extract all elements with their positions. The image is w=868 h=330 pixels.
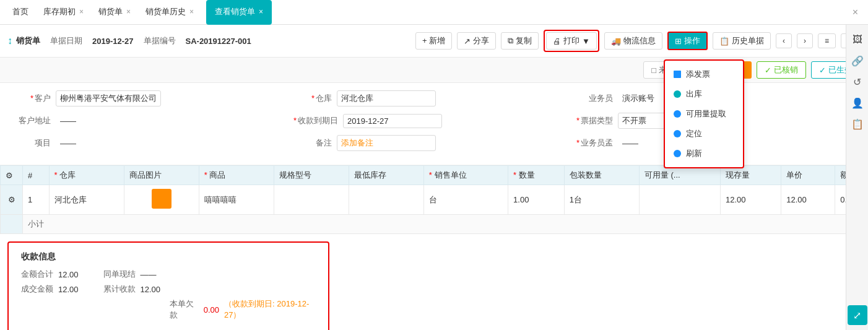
row-product: 嘻嘻嘻嘻 [199, 185, 274, 215]
tab-sales-history[interactable]: 销货单历史 × [138, 0, 201, 25]
tab-home[interactable]: 首页 [5, 0, 36, 25]
table-container: ⚙ # 仓库 商品图片 商品 规格型号 最低库存 销售单位 数量 包装数量 可用… [0, 165, 868, 237]
available-qty-label: 可用量提取 [686, 108, 726, 119]
customer-value[interactable]: 柳州粤港平安气体有限公司 [56, 90, 161, 106]
cumulative-payment-value: 12.00 [141, 285, 161, 294]
col-pack-qty: 包装数量 [564, 166, 639, 185]
operation-button[interactable]: ⊞ 操作 [667, 32, 708, 50]
project-label: 项目 [12, 137, 56, 149]
sidebar-expand-icon[interactable]: ⤢ [848, 305, 867, 325]
tab-view-sales[interactable]: 查看销货单 × [206, 0, 272, 25]
number-value: SA-20191227-001 [186, 37, 251, 46]
sidebar-icon-5[interactable]: 📋 [848, 114, 867, 134]
available-qty-icon [674, 110, 681, 118]
transaction-amount-label: 成交金额 [21, 284, 53, 295]
doc-title: ↕ 销货单 [7, 35, 40, 46]
refresh-item[interactable]: 刷新 [665, 144, 743, 163]
toolbar: + 新增 ↗ 分享 ⧉ 复制 🖨 打印 ▼ 🚚 物流信息 [415, 30, 861, 52]
prev-button[interactable]: ‹ [776, 33, 792, 48]
sidebar-icon-3[interactable]: ↺ [848, 72, 867, 92]
col-product: 商品 [199, 166, 274, 185]
date-value: 2019-12-27 [92, 37, 134, 46]
subtotal-row: 小计 [1, 215, 868, 234]
row-unit: 台 [423, 185, 508, 215]
logistics-button[interactable]: 🚚 物流信息 [604, 32, 662, 50]
sidebar-icon-4[interactable]: 👤 [848, 93, 867, 113]
sales-order-icon: ↕ [7, 35, 12, 46]
add-remark-button[interactable]: 添加备注 [337, 135, 436, 151]
row-min-stock [349, 185, 423, 215]
col-qty: 数量 [508, 166, 565, 185]
tab-sales[interactable]: 销货单 × [91, 0, 138, 25]
col-unit: 销售单位 [423, 166, 508, 185]
history-button[interactable]: 📋 历史单据 [713, 32, 771, 50]
warehouse-label: 仓库 [293, 93, 337, 104]
list-view-button[interactable]: ≡ [818, 33, 836, 48]
share-icon: ↗ [464, 37, 471, 46]
row-spec [274, 185, 349, 215]
close-tab-inventory[interactable]: × [79, 7, 84, 16]
outstanding-extra: （收款到期日: 2019-12-27） [224, 298, 316, 321]
available-qty-item[interactable]: 可用量提取 [665, 104, 743, 124]
row-gear[interactable]: ⚙ [1, 185, 23, 215]
refresh-label: 刷新 [686, 148, 702, 159]
remark-label: 备注 [293, 137, 337, 149]
outstanding-label: 本单欠款 [170, 298, 199, 321]
subtotal-label: 小计 [23, 215, 868, 234]
table-row: ⚙ 1 河北仓库 嘻嘻嘻嘻 台 1.00 1台 12.00 12.00 0. [1, 185, 868, 215]
tab-bar: 首页 库存期初 × 销货单 × 销货单历史 × 查看销货单 × × [0, 0, 868, 25]
address-label: 客户地址 [12, 115, 56, 126]
date-label: 单据日期 [50, 35, 82, 46]
products-table: ⚙ # 仓库 商品图片 商品 规格型号 最低库存 销售单位 数量 包装数量 可用… [0, 165, 868, 234]
effective-icon: ✓ [819, 66, 826, 75]
tab-inventory[interactable]: 库存期初 × [36, 0, 91, 25]
outbound-item[interactable]: 出库 [665, 84, 743, 104]
project-field: 项目 —— [12, 136, 293, 150]
sales-staff-label: 业务员孟 [575, 137, 618, 149]
print-icon: 🖨 [553, 37, 561, 46]
due-date-field: 收款到期日 2019-12-27 [293, 114, 575, 128]
col-current-stock: 现存量 [721, 166, 781, 185]
verified-status-button[interactable]: ✓ 已核销 [757, 61, 806, 79]
sidebar-icon-1[interactable]: 🖼 [848, 30, 867, 50]
sidebar-icon-2[interactable]: 🔗 [848, 51, 867, 71]
close-tab-sales-history[interactable]: × [189, 7, 194, 16]
operation-dropdown: 添发票 出库 可用量提取 定位 刷新 [664, 59, 744, 168]
row-product-img [124, 185, 199, 215]
history-icon: 📋 [719, 37, 729, 46]
row-current-stock: 12.00 [721, 185, 781, 215]
total-amount-item: 金额合计 12.00 [21, 269, 79, 280]
same-order-settlement-value: —— [141, 270, 157, 279]
print-button[interactable]: 🖨 打印 ▼ [546, 32, 597, 50]
same-order-settlement-label: 同单现结 [103, 269, 136, 280]
transaction-amount-value: 12.00 [58, 285, 79, 294]
add-invoice-label: 添发票 [686, 69, 710, 80]
next-button[interactable]: › [797, 33, 813, 48]
total-amount-label: 金额合计 [21, 269, 53, 280]
payment-row-1: 金额合计 12.00 同单现结 —— [21, 269, 316, 280]
payment-section: 收款信息 金额合计 12.00 同单现结 —— 成交金额 12.00 累计收款 … [7, 241, 329, 330]
close-tab-view-sales[interactable]: × [259, 7, 263, 16]
share-button[interactable]: ↗ 分享 [457, 32, 496, 50]
locate-icon [674, 130, 681, 137]
new-button[interactable]: + 新增 [415, 32, 452, 50]
close-tab-sales[interactable]: × [126, 7, 131, 16]
locate-item[interactable]: 定位 [665, 124, 743, 144]
payment-title: 收款信息 [21, 251, 316, 263]
col-warehouse: 仓库 [49, 166, 124, 185]
locate-label: 定位 [686, 128, 702, 139]
customer-field: 客户 柳州粤港平安气体有限公司 [12, 90, 293, 106]
due-date-value[interactable]: 2019-12-27 [343, 114, 442, 128]
close-window-button[interactable]: × [848, 7, 863, 18]
col-min-stock: 最低库存 [349, 166, 423, 185]
print-highlight-box: 🖨 打印 ▼ [544, 30, 599, 52]
copy-button[interactable]: ⧉ 复制 [501, 32, 539, 50]
address-field: 客户地址 —— [12, 114, 293, 128]
verified-icon: ✓ [765, 66, 771, 75]
warehouse-value[interactable]: 河北仓库 [337, 90, 436, 106]
add-invoice-item[interactable]: 添发票 [665, 64, 743, 84]
outbound-label: 出库 [686, 89, 702, 100]
cumulative-payment-item: 累计收款 12.00 [103, 284, 161, 295]
copy-icon: ⧉ [508, 36, 513, 46]
col-available: 可用量 (... [639, 166, 720, 185]
